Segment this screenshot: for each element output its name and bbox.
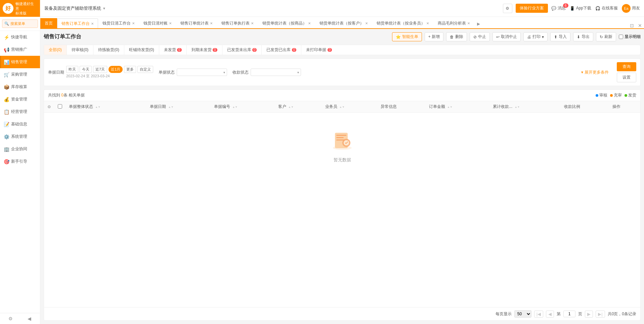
sidebar: 好 畅捷通好生意 标准版 🔍 搜索菜单 ⚡ 快捷导航 📢 营销推广 📊 销售管理…	[0, 0, 40, 324]
date-quick-7days[interactable]: 近7天	[93, 66, 107, 73]
show-detail-checkbox[interactable]	[619, 35, 623, 39]
finance-icon: 💰	[4, 97, 9, 102]
cancel-suspend-button[interactable]: ↩ 取消中止	[492, 32, 521, 41]
collapse-sidebar-button[interactable]: ◀	[22, 316, 38, 321]
tab-product-margin[interactable]: 商品毛利分析表 ✕	[433, 18, 474, 28]
sort-collected-icon[interactable]: ▲▼	[515, 106, 520, 109]
show-detail-checkbox-label[interactable]: 显示明细	[619, 34, 641, 40]
tab-close-sales-workbench[interactable]: ✕	[91, 22, 94, 26]
delete-button[interactable]: 🗑 删除	[446, 32, 467, 41]
tab-sales-summary-product[interactable]: 销货单统计表（按商品） ✕	[258, 18, 315, 28]
filter-tab-shipped-out[interactable]: 已发货已出库 0	[262, 45, 301, 55]
date-quick-custom[interactable]: 自定义	[137, 66, 153, 73]
tab-close-summary-customer[interactable]: ✕	[365, 22, 368, 25]
sidebar-item-finance[interactable]: 💰 资金管理	[0, 93, 40, 106]
tab-close-product-margin[interactable]: ✕	[467, 22, 470, 25]
col-settings[interactable]: ⚙	[44, 101, 54, 113]
tab-sales-summary-staff[interactable]: 销货单统计表（按业务员） ✕	[372, 18, 433, 28]
table-batch-actions: 审核 充审 发货	[596, 92, 636, 98]
sidebar-item-enterprise[interactable]: 🏢 企业协同	[0, 143, 40, 155]
filter-setting-button[interactable]: 设置	[617, 73, 636, 82]
tab-sales-workbench[interactable]: 销售订单工作台 ✕	[57, 18, 98, 29]
sidebar-item-basic-info[interactable]: 📝 基础信息	[0, 118, 40, 130]
settings-bottom-button[interactable]: ⚙	[3, 316, 19, 321]
filter-tab-not-shipped[interactable]: 未发货 0	[159, 45, 187, 55]
date-quick-more[interactable]: 更多	[124, 66, 136, 73]
tab-close-all-button[interactable]: ✕	[636, 23, 644, 28]
total-records-label: 共0页，0条记录	[608, 311, 636, 317]
sidebar-item-sales[interactable]: 📊 销售管理	[0, 56, 40, 68]
batch-cancel-review-button[interactable]: 充审	[610, 92, 622, 98]
status-select[interactable]	[177, 69, 227, 76]
tab-cash-daily[interactable]: 钱货日清工作台 ✕	[98, 18, 139, 28]
tab-sales-exec[interactable]: 销售订单执行表 ✕	[217, 18, 258, 28]
page-first-button[interactable]: |◀	[534, 311, 543, 318]
sidebar-item-purchase[interactable]: 🛒 采购管理	[0, 68, 40, 81]
sidebar-item-system[interactable]: ⚙️ 系统管理	[0, 130, 40, 143]
smart-create-button[interactable]: ⭐ 智能生单	[392, 32, 422, 41]
export-button[interactable]: ⬇ 导出	[573, 32, 593, 41]
message-button[interactable]: 💬 消息 6	[551, 5, 566, 11]
page-number-input[interactable]	[563, 311, 575, 317]
add-button[interactable]: + 新增	[425, 32, 443, 41]
filter-tab-pending-inspect[interactable]: 待拣验货(0)	[93, 45, 124, 55]
sort-customer-icon[interactable]: ▲▼	[288, 106, 294, 109]
batch-review-button[interactable]: 审核	[596, 92, 607, 98]
search-menu-button[interactable]: 🔍 搜索菜单	[2, 19, 38, 28]
select-all-checkbox[interactable]	[58, 104, 62, 109]
filter-tab-wangpu-ship[interactable]: 旺铺待发货(0)	[124, 45, 159, 55]
sidebar-item-operations[interactable]: 📋 经营管理	[0, 106, 40, 118]
tab-restore-button[interactable]: ⊡	[628, 23, 636, 28]
tab-close-sales-exec[interactable]: ✕	[251, 22, 254, 25]
app-download-button[interactable]: 📱 App下载	[570, 5, 591, 11]
query-button[interactable]: 查询	[617, 62, 636, 71]
system-icon: ⚙️	[4, 134, 9, 139]
filter-tab-unprinted[interactable]: 未打印单据 0	[301, 45, 337, 55]
sidebar-item-quick-nav[interactable]: ⚡ 快捷导航	[0, 31, 40, 43]
page-next-button[interactable]: ▶	[585, 311, 593, 318]
tab-close-sales-stats[interactable]: ✕	[210, 22, 213, 25]
refresh-button[interactable]: ↻ 刷新	[596, 32, 616, 41]
date-quick-yesterday[interactable]: 昨天	[66, 66, 78, 73]
tab-close-summary-product[interactable]: ✕	[308, 22, 311, 25]
page-prev-button[interactable]: ◀	[546, 311, 554, 318]
print-button[interactable]: 🖨 打印 ▾	[523, 32, 548, 41]
topbar-gear-button[interactable]: ⚙	[503, 4, 512, 13]
filter-tab-overdue-ship[interactable]: 到期未发货 0	[187, 45, 222, 55]
page-size-select[interactable]: 10 20 50 100	[514, 310, 531, 318]
tab-close-cash-daily[interactable]: ✕	[132, 22, 135, 25]
system-dropdown-button[interactable]: ▾	[103, 6, 105, 11]
page-last-button[interactable]: ▶|	[596, 311, 605, 318]
import-button[interactable]: ⬆ 导入	[550, 32, 570, 41]
batch-ship-button[interactable]: 发货	[625, 92, 636, 98]
sort-amount-icon[interactable]: ▲▼	[447, 106, 453, 109]
sidebar-item-inventory[interactable]: 📦 库存核算	[0, 81, 40, 93]
filter-tab-pending-review[interactable]: 待审核(0)	[67, 45, 94, 55]
tab-sales-stats[interactable]: 销售订单统计表 ✕	[176, 18, 217, 28]
tab-cash-reconcile[interactable]: 钱货日清对账 ✕	[139, 18, 176, 28]
tabs-more-button[interactable]: ▶	[474, 19, 483, 28]
sort-staff-icon[interactable]: ▲▼	[339, 106, 345, 109]
date-quick-today[interactable]: 今天	[80, 66, 92, 73]
filter-tab-shipped-not-out[interactable]: 已发货未出库 0	[222, 45, 262, 55]
sales-icon: 📊	[4, 59, 9, 65]
online-service-button[interactable]: 🎧 在线客服	[595, 5, 618, 11]
tab-sales-summary-customer[interactable]: 销货单统计表（按客户） ✕	[315, 18, 372, 28]
purchase-icon: 🛒	[4, 72, 9, 77]
payment-select[interactable]	[251, 69, 301, 76]
sidebar-item-newbie[interactable]: 🎯 新手引导	[0, 155, 40, 168]
sort-number-icon[interactable]: ▲▼	[232, 106, 238, 109]
sidebar-item-marketing[interactable]: 📢 营销推广	[0, 43, 40, 56]
tab-home[interactable]: 首页	[40, 18, 57, 28]
filter-tab-all[interactable]: 全部(0)	[44, 45, 67, 55]
tab-close-cash-reconcile[interactable]: ✕	[169, 22, 172, 25]
expand-more-button[interactable]: ▾ 展开更多条件	[581, 70, 609, 75]
user-menu-button[interactable]: Ea 用友	[622, 4, 640, 13]
solution-button[interactable]: 体验行业方案	[516, 4, 548, 13]
tab-close-summary-staff[interactable]: ✕	[426, 22, 429, 25]
suspend-button[interactable]: ⊘ 中止	[470, 32, 490, 41]
topbar-actions: 💬 消息 6 📱 App下载 🎧 在线客服 Ea 用友	[551, 4, 640, 13]
sort-status-icon[interactable]: ▲▼	[95, 106, 100, 109]
sort-date-icon[interactable]: ▲▼	[168, 106, 174, 109]
date-quick-1month[interactable]: 近1月	[109, 66, 123, 73]
